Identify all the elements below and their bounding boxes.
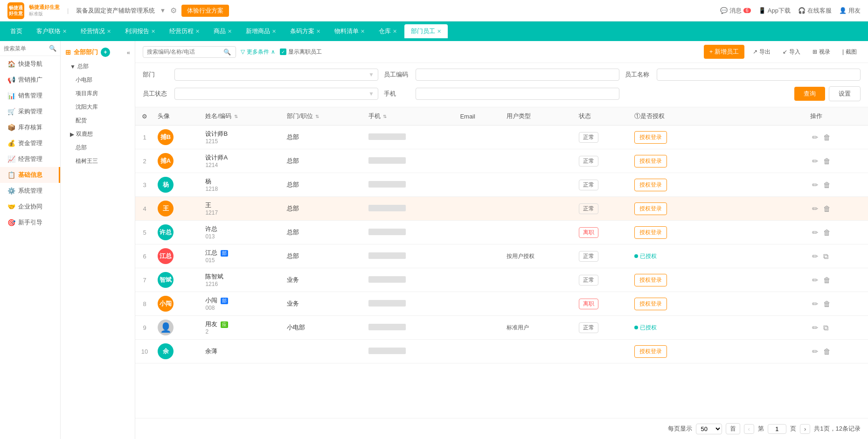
message-btn[interactable]: 💬 消息 6 bbox=[720, 7, 751, 15]
tab-employees[interactable]: 部门员工 ✕ bbox=[404, 24, 448, 38]
dept-tree-root[interactable]: ▼ 总部 bbox=[61, 60, 135, 73]
auth-button[interactable]: 授权登录 bbox=[634, 298, 667, 310]
tab-history[interactable]: 经营历程 ✕ bbox=[163, 24, 206, 38]
tab-close-profit[interactable]: ✕ bbox=[151, 28, 155, 35]
export-button[interactable]: ↗ 导出 bbox=[749, 46, 774, 58]
tab-close-material[interactable]: ✕ bbox=[361, 28, 365, 35]
tab-warehouse[interactable]: 仓库 ✕ bbox=[372, 24, 403, 38]
page-prev-btn[interactable]: ‹ bbox=[744, 424, 754, 434]
edit-icon[interactable]: ✏ bbox=[810, 228, 820, 237]
service-btn[interactable]: 🎧 在线客服 bbox=[798, 7, 832, 15]
sidebar-item-marketing[interactable]: 📢营销推广 bbox=[0, 72, 60, 88]
edit-icon[interactable]: ✏ bbox=[810, 275, 820, 285]
more-button[interactable]: | 截图 bbox=[839, 46, 861, 58]
dept-collapse-btn[interactable]: « bbox=[127, 49, 130, 56]
edit-icon[interactable]: ✏ bbox=[810, 156, 820, 166]
dept-tree-item-xiaodian[interactable]: 小电部 bbox=[61, 73, 135, 87]
filter-emp-name-input[interactable] bbox=[657, 69, 861, 81]
delete-icon[interactable]: 🗑 bbox=[821, 180, 833, 190]
sidebar-item-collab[interactable]: 🤝企业协同 bbox=[0, 199, 60, 215]
new-employee-button[interactable]: + 新增员工 bbox=[704, 45, 744, 59]
tab-close-barcode[interactable]: ✕ bbox=[316, 28, 320, 35]
sidebar-item-purchase[interactable]: 🛒采购管理 bbox=[0, 104, 60, 119]
trial-button[interactable]: 体验行业方案 bbox=[181, 5, 229, 17]
tab-profit[interactable]: 利润报告 ✕ bbox=[118, 24, 162, 38]
sidebar-item-sales[interactable]: 📊销售管理 bbox=[0, 88, 60, 104]
edit-icon[interactable]: ✏ bbox=[810, 323, 820, 333]
sidebar-item-inventory[interactable]: 📦库存核算 bbox=[0, 119, 60, 135]
query-button[interactable]: 查询 bbox=[794, 87, 825, 101]
view-button[interactable]: ⊞ 视录 bbox=[809, 46, 834, 58]
sidebar-item-system[interactable]: ⚙️系统管理 bbox=[0, 183, 60, 199]
delete-icon[interactable]: 🗑 bbox=[821, 228, 833, 237]
sidebar-search-input[interactable] bbox=[4, 45, 47, 52]
delete-icon[interactable]: 🗑 bbox=[821, 299, 833, 309]
tab-close-customer[interactable]: ✕ bbox=[62, 28, 67, 35]
delete-icon[interactable]: 🗑 bbox=[821, 156, 833, 166]
show-resigned-checkbox[interactable]: ✓ bbox=[280, 49, 286, 55]
delete-icon[interactable]: 🗑 bbox=[821, 204, 833, 214]
dept-tree-item-zongbu[interactable]: 总部 bbox=[61, 141, 135, 154]
delete-icon[interactable]: 🗑 bbox=[821, 347, 833, 356]
auth-button[interactable]: 授权登录 bbox=[634, 345, 667, 358]
edit-icon[interactable]: ✏ bbox=[810, 132, 820, 142]
tab-close-new-goods[interactable]: ✕ bbox=[272, 28, 276, 35]
filter-dept-select[interactable]: ▼ bbox=[174, 69, 378, 81]
col-dept[interactable]: 部门/职位 ⇅ bbox=[283, 107, 365, 125]
settings-icon[interactable]: ⚙ bbox=[170, 6, 177, 15]
tab-new-goods[interactable]: 新增商品 ✕ bbox=[239, 24, 283, 38]
auth-button[interactable]: 授权登录 bbox=[634, 202, 667, 215]
auth-button[interactable]: 授权登录 bbox=[634, 179, 667, 191]
filter-emp-code-input[interactable] bbox=[416, 69, 619, 81]
tab-material[interactable]: 物料清单 ✕ bbox=[328, 24, 371, 38]
tab-close-history[interactable]: ✕ bbox=[195, 28, 200, 35]
dept-tree-item-zhishu[interactable]: 植树王三 bbox=[61, 154, 135, 168]
search-input[interactable] bbox=[147, 49, 222, 55]
auth-button[interactable]: 授权登录 bbox=[634, 274, 667, 286]
delete-icon[interactable]: 🗑 bbox=[821, 132, 833, 142]
col-settings[interactable]: ⚙ bbox=[135, 107, 154, 125]
sidebar-item-guide[interactable]: 🎯新手引导 bbox=[0, 215, 60, 230]
tab-close-warehouse[interactable]: ✕ bbox=[393, 28, 397, 35]
edit-icon[interactable]: ✏ bbox=[810, 251, 820, 261]
delete-icon[interactable]: 🗑 bbox=[821, 275, 833, 285]
dept-tree-item-peihuo[interactable]: 配货 bbox=[61, 114, 135, 127]
tab-close-operation[interactable]: ✕ bbox=[107, 28, 111, 35]
app-download-btn[interactable]: 📱 App下载 bbox=[758, 7, 791, 15]
auth-button[interactable]: 授权登录 bbox=[634, 131, 667, 144]
tab-close-employees[interactable]: ✕ bbox=[437, 28, 441, 35]
sidebar-item-nav[interactable]: 🏠快捷导航 bbox=[0, 56, 60, 72]
col-phone[interactable]: 手机 ⇅ bbox=[365, 107, 457, 125]
dept-tree-item-project[interactable]: 项目库房 bbox=[61, 87, 135, 100]
show-resigned-wrap[interactable]: ✓ 显示离职员工 bbox=[280, 48, 322, 56]
dept-tree-item-shenyang[interactable]: 沈阳大库 bbox=[61, 100, 135, 114]
tab-home[interactable]: 首页 bbox=[4, 24, 29, 38]
tab-barcode[interactable]: 条码方案 ✕ bbox=[284, 24, 327, 38]
page-number-input[interactable] bbox=[768, 424, 786, 434]
sidebar-item-basic[interactable]: 📋基础信息 bbox=[0, 167, 60, 183]
edit-icon[interactable]: ✏ bbox=[810, 299, 820, 309]
import-button[interactable]: ↙ 导入 bbox=[779, 46, 804, 58]
copy-icon[interactable]: ⧉ bbox=[821, 323, 830, 333]
page-next-btn[interactable]: › bbox=[800, 424, 810, 434]
edit-icon[interactable]: ✏ bbox=[810, 347, 820, 356]
user-btn[interactable]: 👤 用友 bbox=[839, 7, 861, 15]
dropdown-icon[interactable]: ▼ bbox=[160, 7, 166, 14]
col-name[interactable]: 姓名/编码 ⇅ bbox=[201, 107, 283, 125]
tab-operation[interactable]: 经营情况 ✕ bbox=[74, 24, 118, 38]
filter-status-select[interactable]: ▼ bbox=[174, 88, 378, 100]
copy-icon[interactable]: ⧉ bbox=[821, 251, 830, 261]
sidebar-item-finance[interactable]: 💰资金管理 bbox=[0, 135, 60, 151]
tab-close-goods[interactable]: ✕ bbox=[228, 28, 232, 35]
page-first-btn[interactable]: 首 bbox=[726, 423, 740, 434]
page-size-select[interactable]: 50 100 200 bbox=[696, 424, 722, 434]
edit-icon[interactable]: ✏ bbox=[810, 180, 820, 190]
auth-button[interactable]: 授权登录 bbox=[634, 226, 667, 239]
reset-button[interactable]: 设置 bbox=[829, 86, 861, 101]
tab-customer[interactable]: 客户联络 ✕ bbox=[30, 24, 73, 38]
sidebar-item-operation[interactable]: 📈经营管理 bbox=[0, 151, 60, 167]
dept-tree-shuanglu[interactable]: ▶ 双鹿想 bbox=[61, 127, 135, 141]
more-filter-btn[interactable]: ▽ 更多条件 ∧ bbox=[241, 48, 275, 56]
auth-button[interactable]: 授权登录 bbox=[634, 155, 667, 167]
tab-goods[interactable]: 商品 ✕ bbox=[207, 24, 238, 38]
